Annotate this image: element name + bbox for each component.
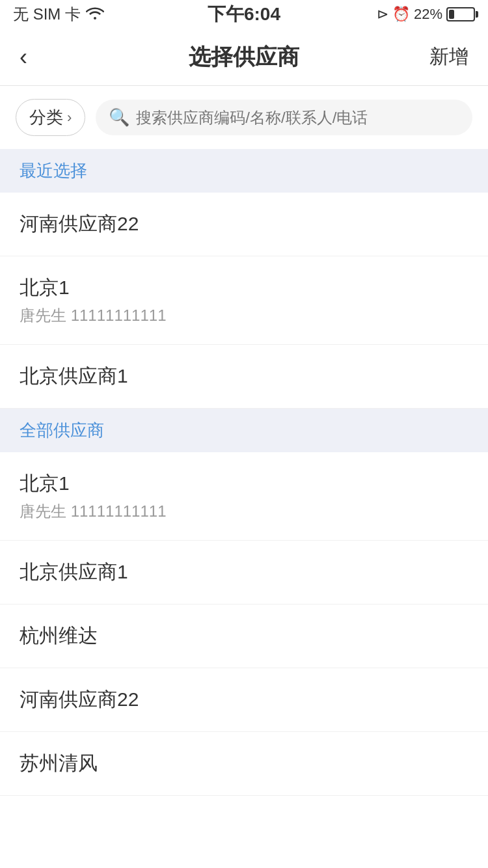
search-bar: 分类 › 🔍 xyxy=(0,86,488,149)
item-name: 苏州清风 xyxy=(20,750,468,777)
battery-percent: 22% xyxy=(414,6,442,23)
recent-section-header: 最近选择 xyxy=(0,149,488,193)
status-left: 无 SIM 卡 xyxy=(13,4,104,25)
list-item[interactable]: 北京1唐先生 11111111111 xyxy=(0,452,488,541)
status-right: ⊳ ⏰ 22% xyxy=(377,6,475,23)
nav-bar: ‹ 选择供应商 新增 xyxy=(0,29,488,86)
item-name: 河南供应商22 xyxy=(20,211,468,237)
list-item[interactable]: 北京1唐先生 11111111111 xyxy=(0,256,488,345)
status-bar: 无 SIM 卡 下午6:04 ⊳ ⏰ 22% xyxy=(0,0,488,29)
item-name: 杭州维达 xyxy=(20,623,468,649)
recent-list: 河南供应商22北京1唐先生 11111111111北京供应商1 xyxy=(0,193,488,409)
item-name: 北京1 xyxy=(20,275,468,301)
carrier-label: 无 SIM 卡 xyxy=(13,4,81,25)
alarm-icon: ⏰ xyxy=(392,6,410,23)
list-item[interactable]: 北京供应商1 xyxy=(0,541,488,604)
category-button[interactable]: 分类 › xyxy=(16,99,85,136)
item-name: 河南供应商22 xyxy=(20,686,468,713)
search-icon: 🔍 xyxy=(109,107,129,128)
search-wrapper[interactable]: 🔍 xyxy=(96,100,472,135)
list-item[interactable]: 河南供应商22 xyxy=(0,668,488,732)
page-title: 选择供应商 xyxy=(189,42,299,72)
item-name: 北京1 xyxy=(20,470,468,497)
item-name: 北京供应商1 xyxy=(20,559,468,586)
back-button[interactable]: ‹ xyxy=(20,44,59,71)
wifi-icon xyxy=(86,5,104,23)
battery-icon xyxy=(446,7,475,21)
list-item[interactable]: 河南供应商22 xyxy=(0,193,488,256)
item-sub: 唐先生 11111111111 xyxy=(20,501,468,522)
chevron-right-icon: › xyxy=(67,109,72,126)
category-label: 分类 xyxy=(29,106,63,129)
item-sub: 唐先生 11111111111 xyxy=(20,305,468,326)
all-suppliers-list: 北京1唐先生 11111111111北京供应商1杭州维达河南供应商22苏州清风 xyxy=(0,452,488,796)
search-input[interactable] xyxy=(136,109,459,127)
item-name: 北京供应商1 xyxy=(20,363,468,390)
add-button[interactable]: 新增 xyxy=(429,44,468,70)
all-section-header: 全部供应商 xyxy=(0,409,488,452)
list-item[interactable]: 苏州清风 xyxy=(0,732,488,796)
list-item[interactable]: 杭州维达 xyxy=(0,604,488,668)
location-icon: ⊳ xyxy=(377,6,388,23)
list-item[interactable]: 北京供应商1 xyxy=(0,345,488,409)
status-time: 下午6:04 xyxy=(208,2,280,27)
